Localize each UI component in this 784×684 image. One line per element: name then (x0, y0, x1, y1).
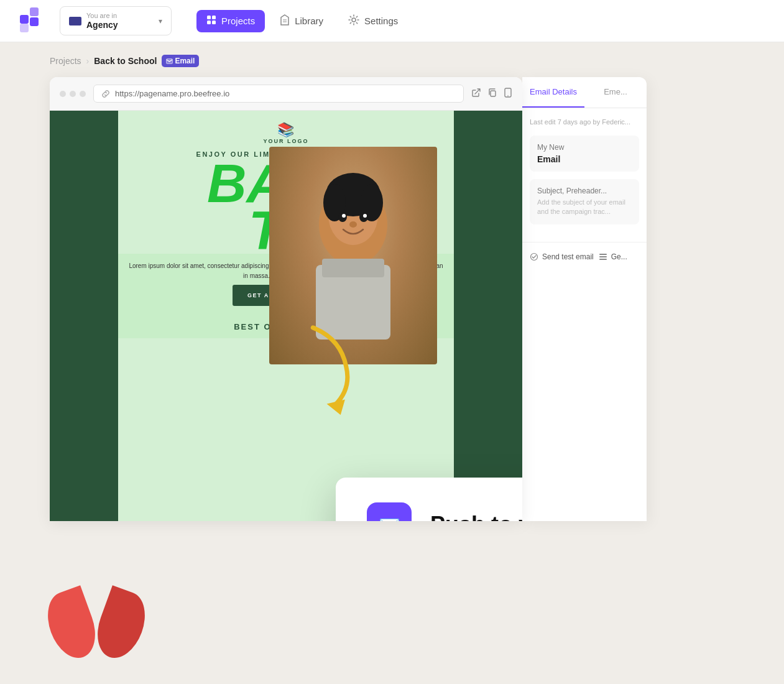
send-test-email-label: Send test email (542, 252, 594, 261)
secondary-action-button[interactable]: Ge... (599, 250, 627, 264)
email-logo-text: YOUR LOGO (263, 138, 308, 144)
browser-dot-3 (80, 91, 86, 97)
svg-marker-25 (327, 399, 345, 415)
breadcrumb-current-label: Back to School (94, 56, 157, 66)
workspace-name: Agency (86, 20, 154, 30)
svg-rect-29 (599, 259, 607, 260)
last-edit-info: Last edit 7 days ago by Federic... (530, 118, 639, 126)
breadcrumb-parent[interactable]: Projects (50, 56, 81, 66)
svg-rect-5 (212, 16, 216, 19)
email-side-panel-right (454, 111, 522, 521)
email-type-badge: Email (162, 55, 199, 67)
app-logo[interactable] (20, 7, 45, 35)
action-buttons-row: Send test email Ge... (522, 242, 647, 271)
library-icon (280, 14, 290, 28)
projects-label: Projects (221, 16, 255, 26)
flower-petal-right (89, 585, 153, 664)
svg-rect-0 (20, 15, 29, 24)
main-navigation: Projects Library Settings (196, 9, 408, 33)
browser-dot-1 (60, 91, 66, 97)
email-name-strong: Email (537, 154, 560, 164)
nav-item-settings[interactable]: Settings (338, 9, 408, 33)
popup-message-text: Push to your sending system (430, 511, 522, 521)
flower-petal-left (39, 585, 103, 664)
svg-rect-2 (30, 17, 39, 26)
svg-rect-7 (212, 21, 216, 24)
svg-point-20 (342, 214, 346, 218)
browser-action-buttons (471, 88, 512, 100)
email-name-label: My New (537, 143, 632, 152)
svg-rect-6 (207, 21, 211, 24)
chevron-down-icon: ▾ (159, 17, 162, 25)
svg-rect-4 (207, 16, 211, 19)
breadcrumb-current: Back to School Email (94, 55, 199, 67)
email-preview-content: 📚 YOUR LOGO ENJOY OUR LIMITED TIME DISCO… (50, 111, 522, 521)
svg-rect-27 (599, 254, 607, 255)
workspace-selector[interactable]: You are in Agency ▾ (60, 6, 172, 35)
link-icon (101, 90, 110, 98)
browser-chrome-bar: https://pagename.pro.beefree.io (50, 77, 522, 111)
subject-hint: Add the subject of your email and the ca… (537, 198, 632, 217)
browser-dot-2 (70, 91, 76, 97)
settings-icon (348, 14, 359, 28)
settings-label: Settings (364, 16, 398, 26)
projects-icon (206, 15, 216, 27)
nav-item-library[interactable]: Library (270, 9, 333, 33)
workspace-label: You are in (86, 12, 154, 20)
secondary-action-label: Ge... (611, 252, 627, 261)
copy-button[interactable] (487, 88, 497, 100)
svg-point-8 (352, 18, 356, 22)
svg-rect-28 (599, 256, 607, 257)
top-navigation: You are in Agency ▾ Projects (0, 0, 784, 42)
svg-rect-24 (322, 259, 384, 277)
email-logo-area: 📚 YOUR LOGO (263, 111, 308, 144)
tab-email-details[interactable]: Email Details (522, 77, 584, 108)
send-test-email-icon (530, 252, 538, 261)
workspace-flag-icon (69, 17, 81, 25)
svg-point-26 (531, 253, 538, 260)
envelope-emoji-icon: ✉️ (379, 515, 400, 522)
svg-rect-3 (20, 24, 29, 32)
field-label-my-new: My New (537, 143, 564, 152)
svg-rect-1 (30, 7, 39, 16)
email-badge-label: Email (175, 57, 195, 65)
svg-rect-10 (491, 91, 496, 96)
tab-eme[interactable]: Eme... (584, 77, 647, 108)
subject-label: Subject, Preheader... (537, 187, 632, 195)
breadcrumb: Projects › Back to School Email (0, 42, 784, 77)
email-side-panel-left (50, 111, 118, 521)
nav-item-projects[interactable]: Projects (196, 10, 265, 32)
email-preview-panel: https://pagename.pro.beefree.io (50, 77, 522, 521)
mobile-view-button[interactable] (504, 88, 512, 100)
list-icon (599, 252, 607, 261)
popup-card: ✉️ Push to your sending system (336, 478, 522, 521)
decorative-flower (50, 578, 124, 659)
subject-preheader-field-group[interactable]: Subject, Preheader... Add the subject of… (530, 179, 639, 224)
svg-point-22 (349, 221, 357, 228)
workspace-text: You are in Agency (86, 12, 154, 30)
email-logo-icon: 📚 (277, 122, 294, 138)
popup-envelope-icon: ✉️ (367, 502, 412, 521)
email-name-value: Email (537, 154, 632, 164)
url-text: https://pagename.pro.beefree.io (115, 89, 229, 98)
browser-window-controls (60, 91, 86, 97)
right-details-panel: Email Details Eme... Last edit 7 days ag… (522, 77, 647, 521)
right-panel-tab-bar: Email Details Eme... (522, 77, 647, 108)
breadcrumb-separator: › (86, 56, 90, 66)
yellow-arrow-decoration (292, 322, 379, 434)
svg-point-12 (507, 95, 509, 96)
right-panel-body: Last edit 7 days ago by Federic... My Ne… (522, 108, 647, 242)
main-content: https://pagename.pro.beefree.io (0, 77, 784, 521)
library-label: Library (295, 16, 323, 26)
email-name-field-group[interactable]: My New Email (530, 136, 639, 172)
svg-point-21 (363, 214, 367, 218)
send-test-email-button[interactable]: Send test email (530, 250, 594, 264)
email-design-canvas: 📚 YOUR LOGO ENJOY OUR LIMITED TIME DISCO… (50, 111, 522, 521)
url-bar: https://pagename.pro.beefree.io (93, 85, 464, 103)
external-link-button[interactable] (471, 88, 481, 100)
